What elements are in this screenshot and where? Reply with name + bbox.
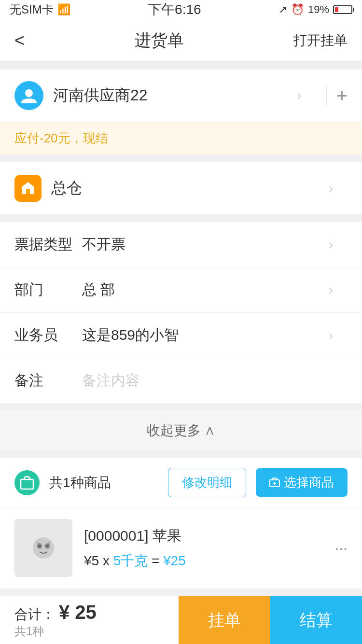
equals-sign: = (152, 553, 163, 568)
unit-price: ¥5 x (84, 553, 113, 568)
page-title: 进货单 (135, 29, 184, 52)
product-count-icon (14, 470, 40, 495)
supplier-avatar (14, 81, 43, 110)
carrier-text: 无SIM卡 (10, 2, 54, 17)
person-icon (20, 87, 38, 104)
form-section: 票据类型 不开票 › 部门 总 部 › 业务员 这是859的小智 › 备注 备注… (0, 222, 362, 403)
checkout-button[interactable]: 结算 (270, 596, 362, 644)
edit-detail-button[interactable]: 修改明细 (168, 468, 246, 497)
total-price: ¥25 (163, 553, 186, 568)
footer: 合计： ¥ 25 共1种 挂单 结算 (0, 596, 362, 644)
dept-value: 总 部 (82, 280, 329, 300)
product-more-button[interactable]: ··· (334, 539, 348, 557)
select-product-label: 选择商品 (284, 474, 334, 491)
invoice-row[interactable]: 票据类型 不开票 › (0, 222, 362, 267)
collapse-bar[interactable]: 收起更多 ∧ (0, 411, 362, 450)
footer-count: 共1种 (14, 624, 164, 639)
product-name: [0000001] 苹果 (84, 526, 323, 546)
supplier-divider (326, 86, 327, 105)
footer-total-row: 合计： ¥ 25 (14, 602, 164, 624)
staff-label: 业务员 (14, 325, 82, 345)
wifi-icon: 📶 (57, 3, 70, 16)
note-label: 备注 (14, 371, 82, 391)
house-icon (20, 181, 36, 196)
invoice-chevron-icon: › (329, 237, 333, 252)
products-header: 共1种商品 修改明细 选择商品 (0, 458, 362, 507)
product-thumbnail (14, 519, 72, 577)
add-supplier-button[interactable]: + (336, 85, 348, 107)
svg-point-6 (33, 537, 54, 559)
supplier-section: 河南供应商22 › + 应付-20元，现结 (0, 70, 362, 154)
warehouse-icon (14, 175, 42, 202)
product-code: [0000001] (84, 528, 153, 544)
dept-row[interactable]: 部门 总 部 › (0, 267, 362, 313)
warehouse-row[interactable]: 总仓 › (0, 162, 362, 214)
status-time: 下午6:16 (148, 0, 201, 19)
battery-pct: 19% (308, 3, 329, 16)
nav-bar: < 进货单 打开挂单 (0, 19, 362, 62)
note-row[interactable]: 备注 备注内容 (0, 358, 362, 403)
product-price: ¥5 x 5千克 = ¥25 (84, 552, 323, 570)
product-info: [0000001] 苹果 ¥5 x 5千克 = ¥25 (84, 526, 323, 570)
product-title: 苹果 (153, 528, 181, 544)
battery-icon (333, 5, 352, 14)
dept-label: 部门 (14, 280, 82, 300)
battery-fill (335, 7, 338, 12)
invoice-label: 票据类型 (14, 235, 82, 254)
alarm-icon: ⏰ (291, 3, 304, 16)
product-thumb-icon (29, 533, 58, 562)
note-input[interactable]: 备注内容 (82, 371, 348, 391)
product-item: [0000001] 苹果 ¥5 x 5千克 = ¥25 ··· (0, 507, 362, 588)
footer-total: 合计： ¥ 25 共1种 (0, 602, 179, 639)
open-hang-button[interactable]: 打开挂单 (293, 31, 348, 50)
svg-rect-1 (26, 189, 30, 194)
svg-point-0 (25, 89, 33, 97)
staff-chevron-icon: › (329, 328, 333, 343)
payment-hint: 应付-20元，现结 (0, 122, 362, 154)
select-product-button[interactable]: 选择商品 (256, 468, 348, 497)
back-button[interactable]: < (14, 30, 25, 51)
staff-row[interactable]: 业务员 这是859的小智 › (0, 313, 362, 358)
cart-icon (269, 477, 280, 488)
status-bar: 无SIM卡 📶 下午6:16 ↗ ⏰ 19% (0, 0, 362, 19)
svg-point-9 (38, 545, 41, 547)
shopping-icon (20, 476, 34, 490)
status-right: ↗ ⏰ 19% (278, 3, 352, 16)
warehouse-name: 总仓 (51, 178, 329, 199)
invoice-value: 不开票 (82, 235, 329, 254)
status-left: 无SIM卡 📶 (10, 2, 70, 17)
supplier-row[interactable]: 河南供应商22 › + (0, 70, 362, 122)
total-amount: ¥ 25 (59, 602, 97, 623)
product-count-text: 共1种商品 (49, 474, 158, 492)
warehouse-chevron-icon: › (329, 181, 333, 196)
svg-point-10 (46, 545, 49, 547)
location-icon: ↗ (278, 3, 287, 16)
dept-chevron-icon: › (329, 282, 333, 298)
supplier-chevron-icon: › (297, 88, 301, 103)
warehouse-section: 总仓 › (0, 162, 362, 214)
hang-button[interactable]: 挂单 (179, 596, 270, 644)
staff-value: 这是859的小智 (82, 325, 329, 345)
svg-rect-2 (21, 479, 33, 489)
total-label: 合计： (14, 605, 55, 624)
supplier-name: 河南供应商22 (53, 85, 297, 106)
quantity: 5千克 (113, 553, 148, 568)
